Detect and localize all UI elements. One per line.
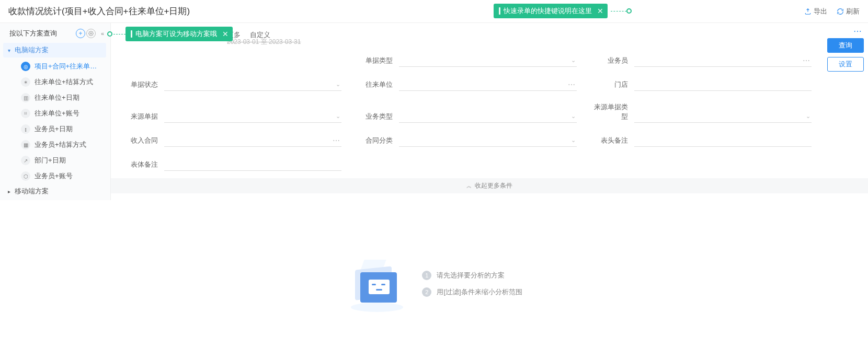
- chevron-down-icon: ⌄: [806, 113, 810, 120]
- field-partner: 往来单位⋯: [357, 78, 576, 91]
- bill-status-select[interactable]: ⌄: [164, 78, 341, 91]
- field-store: 门店: [592, 78, 812, 91]
- empty-illustration: [346, 258, 408, 310]
- field-bill-type: 单据类型⌄: [357, 54, 576, 67]
- tip-connector: [111, 34, 125, 34]
- gear-icon: [88, 31, 94, 36]
- field-source-bill-type: 来源单据类型⌄: [592, 102, 812, 123]
- query-button[interactable]: 查询: [827, 38, 864, 53]
- collapse-filters-bar[interactable]: ︽ 收起更多条件: [111, 178, 868, 193]
- tip-shortcut: 快速录单的快捷键说明在这里 ✕: [494, 4, 608, 18]
- field-contract-class: 合同分类⌄: [357, 134, 576, 147]
- ellipsis-icon: ⋯: [333, 136, 340, 145]
- field-body-remark: 表体备注: [122, 158, 341, 171]
- grid-icon: ▦: [21, 140, 30, 149]
- source-bill-type-select[interactable]: ⌄: [634, 110, 812, 123]
- account-icon: ⌗: [21, 109, 30, 118]
- empty-step-2: 2用[过滤]条件来缩小分析范围: [422, 287, 522, 297]
- tree-item[interactable]: ⬡业务员+账号: [3, 168, 106, 184]
- cube-icon: ⬡: [21, 171, 30, 181]
- chevron-up-icon: ︽: [466, 182, 472, 190]
- tree-group-mobile: ▸ 移动端方案: [3, 184, 106, 199]
- sidebar-collapse-button[interactable]: «: [98, 29, 106, 38]
- biz-type-select[interactable]: ⌄: [399, 110, 576, 123]
- chevron-down-icon: ⌄: [571, 137, 576, 144]
- tip-shortcut-close[interactable]: ✕: [597, 7, 603, 15]
- ellipsis-icon: ⋯: [803, 56, 810, 65]
- chevron-down-icon: ⌄: [336, 113, 340, 120]
- store-input[interactable]: [634, 78, 812, 91]
- refresh-button[interactable]: 刷新: [837, 7, 860, 16]
- tree-item[interactable]: ⌗往来单位+账号: [3, 106, 106, 121]
- topbar: 收款情况统计(项目+收入合同+往来单位+日期) 快速录单的快捷键说明在这里 ✕ …: [0, 0, 868, 23]
- tree-group-mobile-head[interactable]: ▸ 移动端方案: [3, 184, 106, 199]
- contract-class-select[interactable]: ⌄: [399, 134, 576, 147]
- partner-picker[interactable]: ⋯: [399, 78, 576, 91]
- tip-mobile-close[interactable]: ✕: [222, 30, 229, 38]
- filter-grid: 单据类型⌄ 业务员⋯ 单据状态⌄ 往来单位⋯ 门店 来源单据⌄ 业务类型⌄ 来源…: [122, 54, 812, 171]
- export-button[interactable]: 导出: [804, 7, 827, 16]
- export-icon: [804, 8, 812, 15]
- sidebar-title: 按以下方案查询: [9, 29, 57, 38]
- tree-item[interactable]: ⫿业务员+日期: [3, 121, 106, 137]
- tree-item[interactable]: ▦业务员+结算方式: [3, 137, 106, 153]
- calendar-icon: ▥: [21, 93, 30, 102]
- tree-item[interactable]: ◎项目+合同+往来单位...: [3, 59, 106, 74]
- bill-type-select[interactable]: ⌄: [399, 54, 576, 67]
- sidebar-head: 按以下方案查询 + «: [0, 27, 110, 42]
- tip-dot: [107, 31, 112, 37]
- tip-accent: [499, 7, 500, 15]
- target-icon: ◎: [21, 62, 30, 71]
- tree-item[interactable]: ▥往来单位+日期: [3, 90, 106, 106]
- scheme-tree: ▾ 电脑端方案 ◎项目+合同+往来单位... ✶往来单位+结算方式 ▥往来单位+…: [0, 42, 110, 199]
- tree-group-pc: ▾ 电脑端方案 ◎项目+合同+往来单位... ✶往来单位+结算方式 ▥往来单位+…: [3, 43, 106, 184]
- trend-icon: ↗: [21, 156, 30, 165]
- ellipsis-icon: ⋯: [568, 80, 576, 89]
- income-contract-picker[interactable]: ⋯: [164, 134, 341, 147]
- chevron-down-icon: ⌄: [571, 113, 576, 120]
- source-bill-select[interactable]: ⌄: [164, 110, 341, 123]
- add-scheme-button[interactable]: +: [76, 29, 85, 38]
- sidebar: 按以下方案查询 + « ▾ 电脑端方案 ◎项目+合同+往来单位... ✶往来单位…: [0, 23, 111, 200]
- field-income-contract: 收入合同⋯: [122, 134, 341, 147]
- tip-mobile: 电脑方案可设为移动方案哦 ✕: [125, 27, 233, 41]
- tree-item[interactable]: ↗部门+日期: [3, 153, 106, 168]
- tree-group-pc-head[interactable]: ▾ 电脑端方案: [3, 43, 106, 57]
- page-title: 收款情况统计(项目+收入合同+往来单位+日期): [8, 5, 190, 17]
- step-number: 2: [422, 287, 431, 297]
- filter-panel: 更多 自定义 2023-03-01 至 2023-03-31 单据类型⌄ 业务员…: [111, 23, 868, 200]
- head-remark-input[interactable]: [634, 134, 812, 147]
- chevron-down-icon: ⌄: [336, 81, 340, 88]
- field-head-remark: 表头备注: [592, 134, 812, 147]
- body-remark-input[interactable]: [164, 158, 341, 171]
- tip-connector: [611, 11, 626, 11]
- svg-point-0: [90, 33, 92, 34]
- step-number: 1: [422, 271, 431, 280]
- chevron-down-icon: ⌄: [571, 57, 576, 64]
- action-column: ⋯ 查询 设置: [827, 28, 864, 72]
- tree-items-pc: ◎项目+合同+往来单位... ✶往来单位+结算方式 ▥往来单位+日期 ⌗往来单位…: [3, 57, 106, 184]
- refresh-icon: [837, 8, 844, 15]
- body: 按以下方案查询 + « ▾ 电脑端方案 ◎项目+合同+往来单位... ✶往来单位…: [0, 23, 868, 200]
- tree-item[interactable]: ✶往来单位+结算方式: [3, 74, 106, 90]
- field-salesman: 业务员⋯: [592, 54, 812, 67]
- empty-steps: 1请先选择要分析的方案 2用[过滤]条件来缩小分析范围: [422, 271, 522, 297]
- bar-icon: ⫿: [21, 124, 30, 134]
- empty-step-1: 1请先选择要分析的方案: [422, 271, 522, 280]
- field-bill-status: 单据状态⌄: [122, 78, 341, 91]
- salesman-picker[interactable]: ⋯: [634, 54, 812, 67]
- sidebar-ops: + «: [76, 29, 106, 38]
- caret-right-icon: ▸: [6, 189, 12, 194]
- field-biz-type: 业务类型⌄: [357, 102, 576, 123]
- settings-button[interactable]: 设置: [827, 57, 864, 72]
- caret-down-icon: ▾: [6, 48, 12, 53]
- scheme-settings-button[interactable]: [86, 29, 96, 38]
- chart-icon: ✶: [21, 77, 30, 87]
- top-actions: 导出 刷新: [804, 7, 860, 16]
- tip-dot: [626, 8, 632, 14]
- date-range-hint: 2023-03-01 至 2023-03-31: [227, 38, 301, 47]
- tip-mobile-text: 电脑方案可设为移动方案哦: [135, 29, 217, 39]
- more-icon[interactable]: ⋯: [827, 26, 864, 36]
- empty-state: 1请先选择要分析的方案 2用[过滤]条件来缩小分析范围: [0, 258, 868, 310]
- field-source-bill: 来源单据⌄: [122, 102, 341, 123]
